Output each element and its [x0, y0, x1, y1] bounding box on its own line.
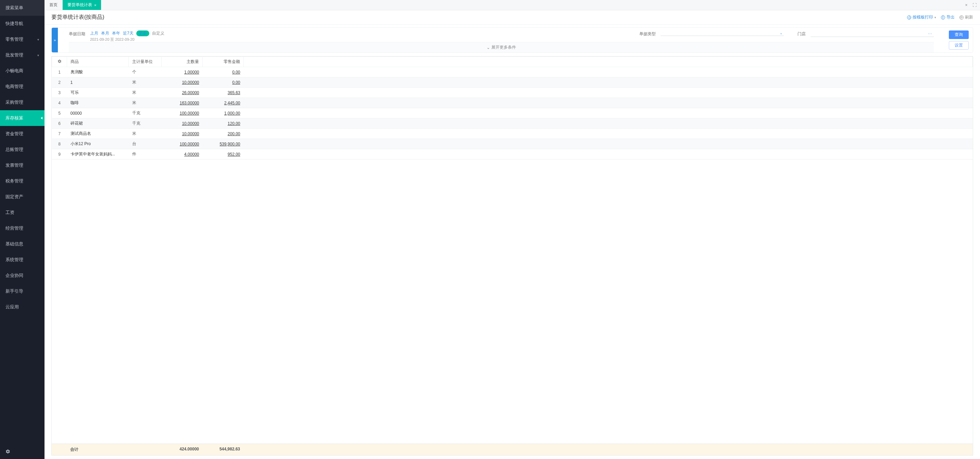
cell-amount[interactable]: 365.63 [203, 87, 244, 98]
sidebar-item-13[interactable]: 工资 [0, 205, 45, 221]
chevron-down-icon: ▾ [37, 38, 39, 41]
sidebar-item-8[interactable]: 资金管理 [0, 126, 45, 142]
cell-unit: 米 [129, 129, 162, 139]
sidebar-item-label: 库存核算 [5, 115, 23, 121]
sidebar-item-16[interactable]: 系统管理 [0, 252, 45, 268]
cell-amount[interactable]: 0.00 [203, 67, 244, 77]
sidebar-item-1[interactable]: 快捷导航 [0, 16, 45, 32]
query-button[interactable]: 查询 [949, 30, 969, 39]
table-settings-header[interactable] [52, 57, 67, 67]
sidebar-item-label: 总账管理 [5, 146, 23, 152]
table-row[interactable]: 8小米12 Pro台100.00000539,900.00 [52, 139, 973, 149]
cell-unit: 千克 [129, 108, 162, 118]
th-product[interactable]: 商品 [67, 57, 129, 67]
row-index: 7 [52, 129, 67, 139]
th-amount[interactable]: 零售金额 [203, 57, 244, 67]
sidebar-item-9[interactable]: 总账管理 [0, 142, 45, 157]
table-row[interactable]: 7测试商品名米10.00000200.00 [52, 129, 973, 139]
sidebar-item-2[interactable]: 零售管理▾ [0, 32, 45, 47]
cell-qty[interactable]: 100.00000 [162, 108, 203, 118]
sidebar-item-11[interactable]: 税务管理 [0, 173, 45, 189]
refresh-label: 刷新 [965, 14, 973, 20]
cell-amount[interactable]: 0.00 [203, 77, 244, 87]
page-actions: ⎙ 按模板打印 ▾ ↧ 导出 ⟳ 刷新 [907, 14, 973, 20]
date-more-badge[interactable]: 更多 [136, 30, 149, 36]
expand-more-button[interactable]: ⌄ 展开更多条件 [69, 42, 934, 52]
sidebar-item-12[interactable]: 固定资产 [0, 189, 45, 205]
table-row[interactable]: 3可乐米26.00000365.63 [52, 87, 973, 98]
refresh-button[interactable]: ⟳ 刷新 [959, 14, 973, 20]
filter-type-select[interactable]: ⌄ [660, 30, 784, 36]
sidebar-item-17[interactable]: 企业协同 [0, 268, 45, 283]
export-label: 导出 [947, 14, 955, 20]
filter-store-select[interactable]: ··· [810, 30, 934, 37]
print-template-button[interactable]: ⎙ 按模板打印 ▾ [907, 14, 936, 20]
filter-type-label: 单据类型 [639, 30, 656, 37]
sidebar-item-7[interactable]: 库存核算 [0, 110, 45, 126]
th-qty[interactable]: 主数量 [162, 57, 203, 67]
cell-amount[interactable]: 120.00 [203, 118, 244, 129]
cell-unit: 件 [129, 149, 162, 159]
cell-product: 奥润酸 [67, 67, 129, 77]
table-row[interactable]: 6碎花裙千克10.00000120.00 [52, 118, 973, 129]
cell-qty[interactable]: 163.00000 [162, 98, 203, 108]
sidebar-item-4[interactable]: 小畅电商 [0, 63, 45, 79]
sidebar-item-3[interactable]: 批发管理▾ [0, 47, 45, 63]
filter-collapse-toggle[interactable]: » [52, 28, 58, 52]
settings-gear-icon[interactable] [5, 449, 10, 454]
date-this-year[interactable]: 本年 [112, 30, 120, 36]
cell-qty[interactable]: 10.00000 [162, 129, 203, 139]
filter-date-group: 单据日期 上月 本月 本年 近7天 更多 自定义 20 [69, 30, 164, 42]
tab-active[interactable]: 要货单统计表 × [63, 0, 101, 10]
cell-product: 碎花裙 [67, 118, 129, 129]
table-row[interactable]: 21米10.000000.00 [52, 77, 973, 87]
tab-home-label: 首页 [49, 2, 57, 8]
cell-amount[interactable]: 952.00 [203, 149, 244, 159]
sidebar-item-18[interactable]: 新手引导 [0, 283, 45, 299]
fullscreen-icon[interactable]: ⛶ [971, 2, 978, 9]
cell-qty[interactable]: 1.00000 [162, 67, 203, 77]
sidebar-item-14[interactable]: 经营管理 [0, 221, 45, 236]
table-row[interactable]: 500000千克100.000001,000.00 [52, 108, 973, 118]
filter-buttons: 查询 设置 [945, 28, 973, 52]
filter-type-group: 单据类型 ⌄ [639, 30, 784, 37]
sidebar-item-5[interactable]: 电商管理 [0, 79, 45, 94]
cell-qty[interactable]: 4.00000 [162, 149, 203, 159]
cell-qty[interactable]: 10.00000 [162, 118, 203, 129]
settings-button[interactable]: 设置 [949, 41, 969, 50]
cell-unit: 米 [129, 98, 162, 108]
cell-amount[interactable]: 539,900.00 [203, 139, 244, 149]
table-row[interactable]: 1奥润酸个1.000000.00 [52, 67, 973, 77]
sidebar-item-10[interactable]: 发票管理 [0, 157, 45, 173]
cell-qty[interactable]: 100.00000 [162, 139, 203, 149]
date-this-month[interactable]: 本月 [101, 30, 109, 36]
sidebar-item-label: 工资 [5, 210, 14, 216]
row-index: 9 [52, 149, 67, 159]
print-icon: ⎙ [907, 16, 911, 19]
cell-amount[interactable]: 1,000.00 [203, 108, 244, 118]
sidebar-item-19[interactable]: 云应用 [0, 299, 45, 315]
date-last-month[interactable]: 上月 [90, 30, 98, 36]
close-all-icon[interactable]: × [963, 2, 970, 9]
date-last7[interactable]: 近7天 [123, 30, 134, 36]
cell-amount[interactable]: 2,445.00 [203, 98, 244, 108]
app-root: 搜索菜单快捷导航零售管理▾批发管理▾小畅电商电商管理采购管理库存核算资金管理总账… [0, 0, 980, 459]
table-scroll[interactable]: 商品 主计量单位 主数量 零售金额 1奥润酸个1.000000.0021米10.… [51, 56, 973, 443]
cell-amount[interactable]: 200.00 [203, 129, 244, 139]
tab-home[interactable]: 首页 [45, 0, 63, 10]
sidebar-item-6[interactable]: 采购管理 [0, 94, 45, 110]
table-row[interactable]: 4咖啡米163.000002,445.00 [52, 98, 973, 108]
cell-qty[interactable]: 10.00000 [162, 77, 203, 87]
filter-store-label: 门店 [797, 30, 806, 37]
date-custom[interactable]: 自定义 [152, 30, 164, 36]
table-wrap: 商品 主计量单位 主数量 零售金额 1奥润酸个1.000000.0021米10.… [45, 53, 980, 459]
export-button[interactable]: ↧ 导出 [941, 14, 955, 20]
sidebar-item-0[interactable]: 搜索菜单 [0, 0, 45, 16]
close-icon[interactable]: × [94, 3, 96, 7]
cell-qty[interactable]: 26.00000 [162, 87, 203, 98]
cell-unit: 米 [129, 77, 162, 87]
th-unit[interactable]: 主计量单位 [129, 57, 162, 67]
table-row[interactable]: 9卡伊英中老年女装妈妈...件4.00000952.00 [52, 149, 973, 159]
cell-product: 00000 [67, 108, 129, 118]
sidebar-item-15[interactable]: 基础信息 [0, 236, 45, 252]
